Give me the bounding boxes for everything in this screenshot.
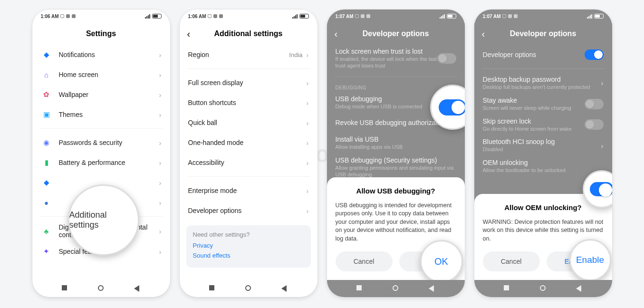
usb-debugging-toggle[interactable] — [439, 99, 465, 116]
footer-card: Need other settings? Privacy Sound effec… — [186, 225, 311, 268]
developer-options-row[interactable]: Developer options — [482, 45, 605, 65]
recents-button[interactable] — [356, 285, 363, 292]
magnifier-highlight: Additional settings — [68, 184, 139, 256]
home-button[interactable] — [98, 285, 105, 292]
navbar — [180, 280, 317, 297]
dialog-oem-unlocking: Allow OEM unlocking? WARNING: Device pro… — [474, 194, 612, 280]
back-button[interactable] — [576, 285, 583, 292]
home-button[interactable] — [245, 285, 252, 292]
lock-screen-trust-row[interactable]: Lock screen when trust is lostIf enabled… — [335, 45, 457, 72]
navbar — [474, 280, 612, 297]
stay-awake-row[interactable]: Stay awakeScreen will never sleep while … — [482, 94, 605, 115]
battery-icon — [594, 14, 604, 19]
footer-link-sound[interactable]: Sound effects — [193, 252, 304, 259]
magnifier-highlight: Enable — [569, 239, 611, 280]
chevron-right-icon: › — [159, 91, 162, 99]
themes-icon: ▣ — [41, 109, 52, 120]
status-icon — [361, 14, 365, 18]
footer-link-privacy[interactable]: Privacy — [193, 242, 304, 249]
skip-lock-toggle[interactable] — [585, 119, 604, 130]
status-time: 1:07 AM — [336, 14, 354, 19]
chevron-right-icon: › — [159, 159, 162, 167]
desktop-backup-row[interactable]: Desktop backup passwordDesktop full back… — [482, 73, 605, 94]
oem-unlocking-toggle[interactable] — [590, 182, 612, 196]
back-button[interactable] — [134, 285, 141, 292]
settings-passwords-security[interactable]: ◉ Passwords & security › — [40, 133, 163, 153]
status-bar: 1:07 AM — [327, 10, 465, 23]
quick-ball[interactable]: Quick ball› — [187, 113, 310, 133]
settings-battery[interactable]: ▮ Battery & performance › — [40, 153, 163, 173]
chevron-right-icon: › — [307, 159, 309, 167]
stay-awake-toggle[interactable] — [585, 99, 604, 109]
full-screen-display[interactable]: Full screen display› — [187, 73, 310, 93]
bluetooth-hci-row[interactable]: Bluetooth HCI snoop logDisabled › — [482, 135, 605, 156]
back-button[interactable] — [429, 285, 435, 292]
signal-icon — [440, 14, 445, 19]
back-icon[interactable]: ‹ — [482, 29, 485, 38]
divider — [187, 68, 310, 69]
dialog-body: USB debugging is intended for developmen… — [336, 202, 456, 243]
enable-label: Enable — [576, 255, 604, 265]
additional-icon: ● — [41, 197, 52, 208]
usb-debugging-security-row[interactable]: USB debugging (Security settings)Allow g… — [335, 154, 457, 181]
oem-unlocking-row[interactable]: OEM unlockingAllow the bootloader to be … — [482, 156, 605, 177]
chevron-right-icon: › — [601, 79, 604, 87]
accessibility[interactable]: Accessibility› — [187, 153, 310, 173]
wallpaper-icon: ✿ — [41, 89, 52, 100]
chevron-right-icon: › — [307, 119, 309, 127]
home-button[interactable] — [540, 285, 547, 292]
settings-themes[interactable]: ▣ Themes › — [40, 105, 163, 125]
recents-button[interactable] — [504, 285, 510, 292]
page-title: Additional settings — [214, 29, 283, 38]
install-via-usb-row[interactable]: Install via USBAllow installing apps via… — [335, 133, 457, 154]
settings-notifications[interactable]: ◆ Notifications › — [40, 45, 163, 65]
security-icon: ◉ — [41, 137, 52, 148]
enterprise-mode[interactable]: Enterprise mode› — [187, 181, 310, 201]
back-button[interactable] — [281, 285, 288, 292]
cancel-button[interactable]: Cancel — [336, 251, 393, 271]
header: ‹ Additional settings — [180, 23, 317, 45]
developer-options-toggle[interactable] — [585, 49, 604, 60]
footer-question: Need other settings? — [193, 231, 304, 238]
status-time: 1:06 AM — [41, 14, 59, 19]
dialog-title: Allow USB debugging? — [336, 187, 456, 195]
developer-options[interactable]: Developer options› — [187, 201, 310, 221]
signal-icon — [145, 14, 150, 19]
lock-trust-toggle[interactable] — [437, 53, 456, 64]
status-icon — [366, 14, 370, 18]
cancel-button[interactable]: Cancel — [483, 251, 540, 271]
home-button[interactable] — [393, 285, 399, 292]
one-handed-mode[interactable]: One-handed mode› — [187, 133, 310, 153]
navbar — [32, 280, 170, 297]
status-bar: 1:06 AM — [180, 10, 317, 23]
battery-icon — [152, 14, 162, 19]
status-bar: 1:06 AM — [32, 10, 170, 23]
settings-wallpaper[interactable]: ✿ Wallpaper › — [40, 85, 163, 105]
battery-icon — [447, 14, 456, 19]
divider — [482, 68, 605, 69]
skip-screen-lock-row[interactable]: Skip screen lockGo directly to Home scre… — [482, 115, 605, 135]
status-icon — [213, 14, 217, 18]
alarm-icon — [60, 14, 64, 18]
region-row[interactable]: Region India › — [187, 45, 310, 65]
button-shortcuts[interactable]: Button shortcuts› — [187, 93, 310, 113]
phone-settings: 1:06 AM Settings ◆ Notifications › ⌂ Hom… — [32, 10, 170, 297]
magnifier-text: Additional settings — [69, 210, 138, 230]
chevron-right-icon: › — [159, 199, 162, 207]
chevron-right-icon: › — [307, 187, 309, 195]
region-value: India — [289, 51, 302, 58]
back-icon[interactable]: ‹ — [187, 29, 191, 38]
header: ‹ Developer options — [327, 23, 465, 45]
phone-additional-settings: 1:06 AM ‹ Additional settings Region Ind… — [180, 10, 317, 297]
recents-button[interactable] — [62, 285, 68, 292]
chevron-right-icon: › — [307, 207, 309, 215]
signal-icon — [587, 14, 592, 19]
chevron-right-icon: › — [601, 142, 604, 150]
header: ‹ Developer options — [474, 23, 612, 45]
notifications-icon: ◆ — [41, 49, 52, 60]
page-title: Developer options — [510, 29, 577, 38]
settings-home-screen[interactable]: ⌂ Home screen › — [40, 65, 163, 85]
back-icon[interactable]: ‹ — [335, 29, 338, 38]
apps-icon: ◆ — [41, 177, 52, 188]
recents-button[interactable] — [209, 285, 216, 292]
